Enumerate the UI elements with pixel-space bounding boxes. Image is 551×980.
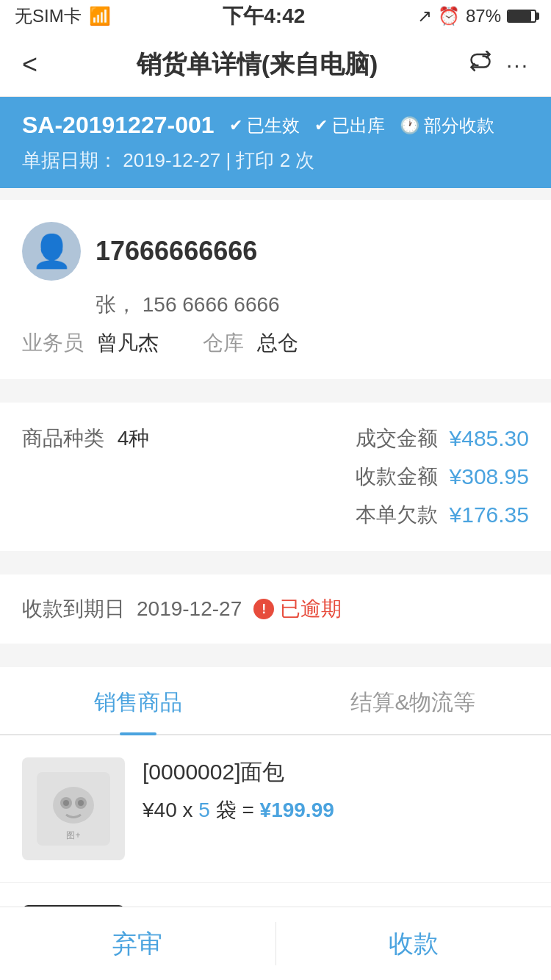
salesperson-label: 业务员 <box>22 331 84 354</box>
svg-point-5 <box>78 800 84 806</box>
status-shipped-label: 已出库 <box>332 114 385 137</box>
customer-info-row: 业务员 曾凡杰 仓库 总仓 <box>22 329 529 357</box>
due-date-section: 收款到期日 2019-12-27 ! 已逾期 <box>0 574 551 644</box>
product-info-bread: [0000002]面包 ¥40 x 5 袋 = ¥199.99 <box>143 757 529 824</box>
separator-2 <box>0 551 551 563</box>
product-types-label: 商品种类 <box>22 427 104 450</box>
nav-actions: ··· <box>469 51 529 78</box>
salesperson-value: 曾凡杰 <box>97 331 159 354</box>
collect-payment-button[interactable]: 收款 <box>276 907 552 980</box>
received-label: 收款金额 <box>356 463 438 491</box>
tab-settlement-logistics[interactable]: 结算&物流等 <box>276 667 551 734</box>
alarm-icon: ⏰ <box>438 6 460 26</box>
status-effected: ✔ 已生效 <box>229 114 300 137</box>
owed-label: 本单欠款 <box>356 501 438 529</box>
received-row: 收款金额 ¥308.95 <box>356 463 529 491</box>
owed-value: ¥176.35 <box>450 502 529 527</box>
separator-3 <box>0 644 551 655</box>
summary-section: 商品种类 4种 成交金额 ¥485.30 收款金额 ¥308.95 本单欠款 ¥… <box>0 403 551 551</box>
tabs-header: 销售商品 结算&物流等 <box>0 667 551 735</box>
overdue-badge: ! 已逾期 <box>253 595 342 623</box>
bread-multiply: x <box>183 799 199 821</box>
clock-icon: 🕐 <box>400 116 419 135</box>
summary-left: 商品种类 4种 <box>22 425 149 453</box>
share-icon[interactable] <box>469 51 491 78</box>
owed-row: 本单欠款 ¥176.35 <box>356 501 529 529</box>
order-id: SA-20191227-001 <box>22 112 215 139</box>
warehouse-label: 仓库 <box>203 331 244 354</box>
order-header-banner: SA-20191227-001 ✔ 已生效 ✔ 已出库 🕐 部分收款 单据日期：… <box>0 97 551 188</box>
wifi-icon: 📶 <box>89 6 111 26</box>
deal-amount-row: 成交金额 ¥485.30 <box>356 425 529 453</box>
battery-label: 87% <box>466 6 501 26</box>
status-bar: 无SIM卡 📶 下午4:42 ↗ ⏰ 87% <box>0 0 551 32</box>
customer-phone: 156 6666 6666 <box>143 293 280 316</box>
status-effected-label: 已生效 <box>247 114 300 137</box>
status-right: ↗ ⏰ 87% <box>417 6 536 26</box>
bread-equal: = <box>242 799 259 821</box>
product-name-bread: [0000002]面包 <box>143 757 529 788</box>
product-thumb-bread: 图+ <box>22 757 125 860</box>
product-item-bread: 图+ [0000002]面包 ¥40 x 5 袋 = ¥199.99 <box>0 735 551 883</box>
customer-main-row: 👤 17666666666 <box>22 222 529 281</box>
status-left: 无SIM卡 📶 <box>15 4 111 28</box>
avatar-icon: 👤 <box>32 232 72 270</box>
warehouse-value: 总仓 <box>257 331 298 354</box>
svg-text:图+: 图+ <box>66 830 80 840</box>
status-partial-label: 部分收款 <box>424 114 494 137</box>
back-button[interactable]: < <box>22 42 45 87</box>
customer-sub-info: 张， 156 6666 6666 <box>22 291 529 319</box>
separator-1 <box>0 379 551 391</box>
carrier-label: 无SIM卡 <box>15 4 82 28</box>
salesperson-info: 业务员 曾凡杰 <box>22 329 159 357</box>
order-date-row: 单据日期： 2019-12-27 | 打印 2 次 <box>22 148 529 173</box>
product-price-bread: ¥40 x 5 袋 = ¥199.99 <box>143 796 529 824</box>
product-types-row: 商品种类 4种 <box>22 425 149 453</box>
avatar: 👤 <box>22 222 81 281</box>
status-shipped: ✔ 已出库 <box>314 114 385 137</box>
bread-placeholder-image: 图+ <box>37 772 110 846</box>
battery-fill <box>508 11 531 21</box>
location-icon: ↗ <box>417 6 432 26</box>
received-value: ¥308.95 <box>450 464 529 489</box>
order-date: 2019-12-27 <box>123 149 220 171</box>
customer-name-label: 张， <box>96 293 137 316</box>
bottom-bar: 弃审 收款 <box>0 907 551 980</box>
check-icon-1: ✔ <box>229 116 242 135</box>
nav-bar: < 销货单详情(来自电脑) ··· <box>0 32 551 97</box>
customer-account: 17666666666 <box>96 236 257 267</box>
bread-base-price: ¥40 <box>143 799 177 821</box>
page-title: 销货单详情(来自电脑) <box>45 48 469 82</box>
tab-sales-products-label: 销售商品 <box>94 690 182 714</box>
svg-point-4 <box>63 800 69 806</box>
print-info: | 打印 2 次 <box>226 149 314 171</box>
check-icon-2: ✔ <box>314 116 328 135</box>
due-date-value: 2019-12-27 <box>137 597 242 621</box>
order-header-top: SA-20191227-001 ✔ 已生效 ✔ 已出库 🕐 部分收款 <box>22 112 529 139</box>
deal-amount-value: ¥485.30 <box>450 426 529 451</box>
overdue-label: 已逾期 <box>280 595 342 623</box>
overdue-dot-icon: ! <box>253 599 274 619</box>
cancel-audit-button[interactable]: 弃审 <box>0 907 276 980</box>
tab-settlement-logistics-label: 结算&物流等 <box>350 690 475 714</box>
bread-unit: 袋 <box>216 799 237 821</box>
battery-bar <box>507 10 536 23</box>
warehouse-info: 仓库 总仓 <box>203 329 298 357</box>
date-label: 单据日期： <box>22 149 118 171</box>
more-icon[interactable]: ··· <box>506 52 529 77</box>
status-time: 下午4:42 <box>223 2 305 30</box>
product-types-value: 4种 <box>118 427 150 450</box>
due-date-label: 收款到期日 <box>22 595 125 623</box>
status-partial: 🕐 部分收款 <box>400 114 494 137</box>
tab-sales-products[interactable]: 销售商品 <box>0 667 276 734</box>
customer-section: 👤 17666666666 张， 156 6666 6666 业务员 曾凡杰 仓… <box>0 200 551 379</box>
deal-amount-label: 成交金额 <box>356 425 438 453</box>
bread-total: ¥199.99 <box>260 799 334 821</box>
bread-qty: 5 <box>198 799 210 821</box>
summary-right: 成交金额 ¥485.30 收款金额 ¥308.95 本单欠款 ¥176.35 <box>356 425 529 529</box>
